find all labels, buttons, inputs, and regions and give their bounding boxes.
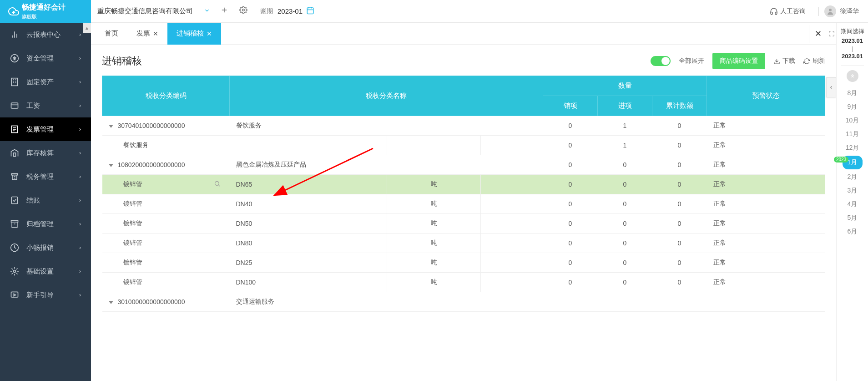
tree-collapse-icon[interactable]	[109, 164, 113, 167]
support-link[interactable]: 人工咨询	[770, 7, 806, 15]
cell-spec: DN50	[230, 214, 387, 234]
month-item[interactable]: 12月	[837, 141, 868, 155]
month-item[interactable]: 11月	[837, 127, 868, 141]
sidebar-item-money[interactable]: 资金管理›	[0, 46, 91, 70]
tab-发票[interactable]: 发票✕	[127, 23, 167, 45]
cell-unit: 吨	[387, 234, 480, 253]
sidebar-item-building[interactable]: 固定资产›	[0, 70, 91, 94]
username[interactable]: 徐泽华	[840, 7, 859, 15]
month-item[interactable]: 6月	[837, 225, 868, 239]
month-item[interactable]: 2月	[837, 170, 868, 184]
cell-cumulative: 0	[652, 175, 707, 194]
table-row[interactable]: 镀锌管 DN25 吨 0 0 0 正常	[102, 253, 825, 273]
tab-首页[interactable]: 首页	[96, 23, 127, 45]
th-sales: 销项	[543, 96, 598, 116]
tab-进销稽核[interactable]: 进销稽核✕	[167, 23, 221, 45]
sidebar-item-label: 结账	[26, 196, 40, 205]
cell-purchase: 1	[598, 136, 652, 155]
table-row[interactable]: 3070401000000000000 餐饮服务 0 1 0 正常	[102, 116, 825, 136]
panel-collapse-handle[interactable]	[826, 77, 836, 97]
settings-icon	[10, 267, 19, 276]
guide-icon	[10, 290, 19, 300]
user-avatar[interactable]	[824, 5, 836, 17]
cell-code: 3070401000000000000	[102, 116, 230, 136]
cell-spec: DN80	[230, 234, 387, 253]
sidebar-scroll-up-icon[interactable]: ▲	[83, 23, 91, 33]
cell-spec	[230, 136, 387, 155]
cell-unit	[387, 136, 480, 155]
cell-sales: 0	[543, 136, 598, 155]
add-icon[interactable]	[220, 6, 228, 16]
sidebar-item-expense[interactable]: 小畅报销›	[0, 236, 91, 259]
sidebar-item-close-book[interactable]: 结账›	[0, 188, 91, 212]
tab-close-icon[interactable]: ✕	[207, 30, 212, 37]
tree-collapse-icon[interactable]	[109, 301, 113, 304]
chevron-right-icon: ›	[79, 197, 81, 203]
chevron-right-icon: ›	[79, 292, 81, 298]
sidebar-item-invoice[interactable]: 发票管理›	[0, 117, 91, 141]
th-qty-group: 数量	[543, 76, 707, 96]
table-row[interactable]: 镀锌管 DN50 吨 0 0 0 正常	[102, 214, 825, 234]
sidebar-item-chart[interactable]: 云报表中心›	[0, 23, 91, 46]
month-item[interactable]: 5月	[837, 211, 868, 225]
sidebar-item-guide[interactable]: 新手引导›	[0, 283, 91, 307]
cell-sales: 0	[543, 155, 598, 175]
cell-unit: 吨	[387, 273, 480, 292]
code-settings-button[interactable]: 商品编码设置	[712, 53, 765, 69]
table-row[interactable]: 镀锌管 DN65 吨 0 0 0 正常	[102, 175, 825, 194]
month-item[interactable]: 4月	[837, 198, 868, 211]
company-dropdown-icon[interactable]	[199, 7, 215, 15]
close-all-tabs-icon[interactable]: ✕	[809, 25, 827, 43]
tree-collapse-icon[interactable]	[109, 125, 113, 128]
table-row[interactable]: 镀锌管 DN40 吨 0 0 0 正常	[102, 194, 825, 214]
cell-code: 镀锌管	[102, 253, 230, 273]
cell-status: 正常	[707, 253, 825, 273]
company-name[interactable]: 重庆畅捷交通信息咨询有限公司	[97, 7, 193, 15]
tab-label: 发票	[136, 29, 150, 38]
month-item[interactable]: 3月	[837, 184, 868, 198]
th-name: 税收分类名称	[230, 76, 543, 116]
brand-name: 畅捷通好会计	[22, 3, 66, 12]
sidebar-item-warehouse[interactable]: 库存核算›	[0, 141, 91, 165]
sidebar-item-label: 发票管理	[26, 125, 54, 134]
sidebar-item-label: 云报表中心	[26, 30, 61, 39]
chevron-right-icon: ›	[79, 126, 81, 132]
cell-spec: DN25	[230, 253, 387, 273]
row-search-icon[interactable]	[214, 180, 221, 188]
svg-marker-31	[14, 294, 15, 296]
months-scroll-up-icon[interactable]	[847, 70, 858, 82]
cell-purchase: 1	[598, 116, 652, 136]
divider	[818, 7, 819, 16]
sidebar-item-label: 税务管理	[26, 173, 54, 181]
invoice-icon	[10, 125, 19, 134]
table-row[interactable]: 3010000000000000000 交通运输服务	[102, 292, 825, 312]
svg-rect-19	[11, 103, 18, 108]
table-row[interactable]: 餐饮服务 0 1 0 正常	[102, 136, 825, 155]
download-button[interactable]: 下载	[773, 57, 795, 65]
tab-close-icon[interactable]: ✕	[153, 30, 158, 37]
period-label: 账期	[260, 7, 273, 15]
cell-spec: DN40	[230, 194, 387, 214]
app-header: 畅捷通好会计 旗舰版 重庆畅捷交通信息咨询有限公司 账期 2023-01	[0, 0, 868, 23]
table-row[interactable]: 1080200000000000000 黑色金属冶炼及压延产品 0 0 0 正常	[102, 155, 825, 175]
fullscreen-icon[interactable]	[827, 30, 836, 37]
sidebar-item-payroll[interactable]: 工资›	[0, 94, 91, 117]
brand-edition: 旗舰版	[22, 13, 66, 20]
cell-cumulative	[652, 292, 707, 312]
table-row[interactable]: 镀锌管 DN100 吨 0 0 0 正常	[102, 273, 825, 292]
table-row[interactable]: 镀锌管 DN80 吨 0 0 0 正常	[102, 234, 825, 253]
chevron-right-icon: ›	[79, 244, 81, 251]
calendar-icon[interactable]	[306, 6, 314, 16]
cell-unit: 吨	[387, 194, 480, 214]
cell-blank	[481, 273, 543, 292]
month-item[interactable]: 9月	[837, 100, 868, 114]
month-item[interactable]: 8月	[837, 86, 868, 100]
settings-icon[interactable]	[239, 6, 247, 16]
sidebar-item-tax[interactable]: 税务管理›	[0, 165, 91, 188]
month-item[interactable]: 10月	[837, 114, 868, 127]
expand-all-toggle[interactable]	[651, 56, 671, 66]
sidebar-item-archive[interactable]: 归档管理›	[0, 212, 91, 236]
cell-status: 正常	[707, 234, 825, 253]
refresh-button[interactable]: 刷新	[803, 57, 825, 65]
sidebar-item-settings[interactable]: 基础设置›	[0, 259, 91, 283]
